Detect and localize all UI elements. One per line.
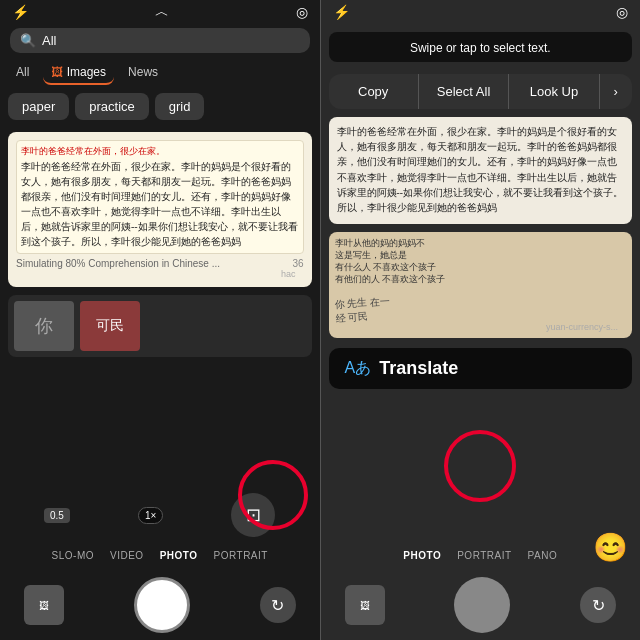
rotate-button-left[interactable]: ↻ [260,587,296,623]
right-status-bar: ⚡ ◎ [321,0,641,24]
filter-chips: paper practice grid [0,89,320,124]
right-lightning-icon: ⚡ [333,4,350,20]
tab-news[interactable]: News [120,61,166,85]
gallery-thumbnail-right[interactable]: 🖼 [345,585,385,625]
right-red-circle [444,430,516,502]
bottom-thumb-2: 可民 [80,301,140,351]
left-settings-icon[interactable]: ◎ [296,4,308,20]
more-button[interactable]: › [600,74,632,109]
left-chevron-up-icon[interactable]: ︿ [155,3,169,21]
hint-text: Swipe or tap to select text. [410,41,551,55]
mode-portrait[interactable]: PORTRAIT [214,550,268,561]
scan-button[interactable]: ⊡ [231,493,275,537]
search-all-label: All [42,33,56,48]
zoom-badge[interactable]: 1× [138,507,163,524]
image-card-main[interactable]: 李叶的爸爸经常在外面，很少在家。 李叶的爸爸经常在外面，很少在家。李叶的妈妈是个… [8,132,312,287]
chip-practice[interactable]: practice [75,93,149,120]
shutter-row-left: 🖼 ↻ [0,570,320,640]
look-up-button[interactable]: Look Up [509,74,599,109]
mode-photo[interactable]: PHOTO [160,550,198,561]
mode-slo-mo[interactable]: SLO-MO [52,550,94,561]
search-input[interactable]: 🔍 All [10,28,310,53]
card-title: Simulating 80% Comprehension in Chinese … [16,258,304,269]
tab-all[interactable]: All [8,61,37,85]
mode-video[interactable]: VIDEO [110,550,144,561]
second-doc-area: 李叶从他的妈的妈妈不 这是写生，她总是 有什么人 不喜欢这个孩子 有他们的人 不… [329,232,633,338]
doc-area: 李叶的爸爸经常在外面，很少在家。李叶的妈妈是个很好看的女人，她有很多朋友，每天都… [329,117,633,224]
translate-label: Translate [379,358,458,379]
right-rotate-icon: ↻ [592,596,605,615]
second-doc-text: 李叶从他的妈的妈妈不 这是写生，她总是 有什么人 不喜欢这个孩子 有他们的人 不… [335,238,627,286]
right-mode-portrait[interactable]: PORTRAIT [457,550,511,561]
bottom-thumb-1: 你 [14,301,74,351]
speed-badge: 0.5 [44,508,70,523]
yellow-emoji[interactable]: 😊 [593,531,628,564]
scan-icon: ⊡ [246,504,261,526]
left-lightning-icon: ⚡ [12,4,29,20]
translate-bar[interactable]: Aあ Translate [329,348,633,389]
card-highlighted-text: 李叶的爸爸经常在外面，很少在家。 [21,145,299,159]
shutter-row-right: 🖼 ↻ [321,570,641,640]
shutter-button-left[interactable] [134,577,190,633]
right-mode-photo[interactable]: PHOTO [403,550,441,561]
gallery-icon: 🖼 [39,600,49,611]
mode-selector-left: SLO-MO VIDEO PHOTO PORTRAIT [0,540,320,570]
bottom-card[interactable]: 你 可民 [8,295,312,357]
context-menu: Copy Select All Look Up › [329,74,633,109]
tab-bar: All 🖼 Images News [0,57,320,89]
right-mode-pano[interactable]: PANO [528,550,558,561]
right-gallery-icon: 🖼 [360,600,370,611]
chip-paper[interactable]: paper [8,93,69,120]
hint-bar: Swipe or tap to select text. [329,32,633,62]
camera-controls-left: 0.5 1× ⊡ [0,490,320,540]
search-bar: 🔍 All [0,24,320,57]
translate-icon: Aあ [345,358,372,379]
chip-grid[interactable]: grid [155,93,205,120]
right-settings-icon[interactable]: ◎ [616,4,628,20]
doc-text: 李叶的爸爸经常在外面，很少在家。李叶的妈妈是个很好看的女人，她有很多朋友，每天都… [337,125,625,216]
handwritten-text: 你 先生 在一经 可民 [334,282,627,325]
right-panel: ⚡ ◎ Swipe or tap to select text. Copy Se… [321,0,641,640]
shutter-button-right[interactable] [454,577,510,633]
left-panel: ⚡ ︿ ◎ 🔍 All All 🖼 Images News paper prac… [0,0,320,640]
rotate-icon: ↻ [271,596,284,615]
left-status-bar: ⚡ ︿ ◎ [0,0,320,24]
gallery-thumbnail-left[interactable]: 🖼 [24,585,64,625]
card-body-text: 李叶的爸爸经常在外面，很少在家。李叶的妈妈是个很好看的女人，她有很多朋友，每天都… [21,159,299,249]
tab-images[interactable]: 🖼 Images [43,61,114,85]
search-icon: 🔍 [20,33,36,48]
copy-button[interactable]: Copy [329,74,419,109]
content-area: 李叶的爸爸经常在外面，很少在家。 李叶的爸爸经常在外面，很少在家。李叶的妈妈是个… [0,124,320,490]
rotate-button-right[interactable]: ↻ [580,587,616,623]
select-all-button[interactable]: Select All [419,74,509,109]
